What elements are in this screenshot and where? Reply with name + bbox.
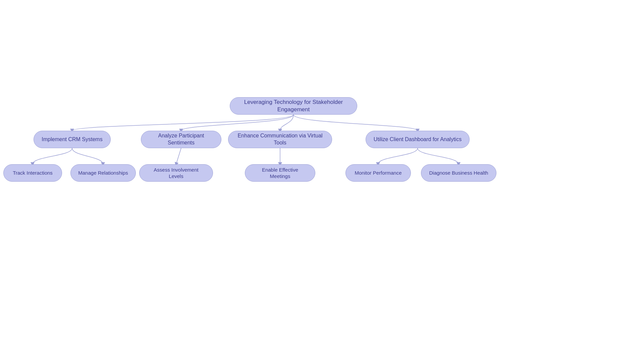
diagram-container: Leveraging Technology for Stakeholder En… xyxy=(0,0,644,363)
virtual-node: Enhance Communication via Virtual Tools xyxy=(228,131,332,148)
crm-node: Implement CRM Systems xyxy=(34,131,111,148)
track-node: Track Interactions xyxy=(3,164,62,182)
diagnose-node: Diagnose Business Health xyxy=(421,164,496,182)
root-node: Leveraging Technology for Stakeholder En… xyxy=(230,97,357,115)
manage-node: Manage Relationships xyxy=(70,164,136,182)
sentiments-node: Analyze Participant Sentiments xyxy=(141,131,221,148)
assess-node: Assess Involvement Levels xyxy=(139,164,213,182)
dashboard-node: Utilize Client Dashboard for Analytics xyxy=(366,131,470,148)
monitor-node: Monitor Performance xyxy=(345,164,411,182)
meetings-node: Enable Effective Meetings xyxy=(245,164,315,182)
